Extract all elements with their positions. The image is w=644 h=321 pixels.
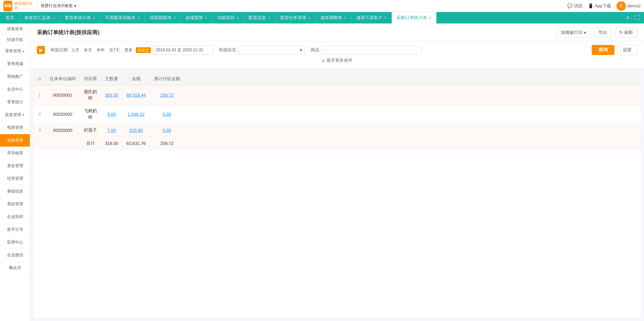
tab-cost-adjust[interactable]: 成本调整单 × (316, 12, 352, 23)
query-btn[interactable]: 查询 (592, 45, 614, 55)
tab-config-info[interactable]: 配置信息 × (244, 12, 275, 23)
col-settings[interactable]: ⚙ (34, 72, 46, 86)
row-amount-3[interactable]: 525.80 (122, 124, 150, 137)
sidebar-item-member[interactable]: 畅会员 (0, 262, 30, 274)
filter-date-item: 单据日期 上月 本月 本年 近7天 更多 自定义 2016-01-01 至 20… (50, 46, 213, 55)
fullscreen-btn[interactable]: ⛶ (633, 13, 641, 22)
tab-function-desc-close[interactable]: × (236, 15, 239, 20)
tab-pickup-task-close[interactable]: × (308, 15, 311, 20)
sidebar-item-sys-mgmt[interactable]: 系统管理 (0, 198, 30, 211)
row-amount-2[interactable]: 1,586.52 (122, 105, 150, 124)
goods-input[interactable]: ··· (321, 46, 422, 54)
user-area[interactable]: E demo2 (616, 1, 641, 11)
tab-purchase-stats-close[interactable]: × (429, 15, 431, 20)
row-paid-1[interactable]: 259.72 (150, 86, 184, 105)
tab-order-stats-close[interactable]: × (93, 15, 95, 20)
tab-pickup-task[interactable]: 拣货任务管理 × (275, 12, 316, 23)
workspace-dropdown-icon: ▾ (74, 4, 76, 8)
sidebar-item-enterprise-wechat[interactable]: 企业微信 (0, 249, 30, 262)
sidebar-item-retail-stats[interactable]: 零售统计 (0, 96, 30, 109)
date-shortcut-more[interactable]: 更多 (123, 47, 134, 54)
export-label: 导出 (598, 30, 607, 35)
sidebar-item-wholesale-mgmt[interactable]: 批发管理 ▼ (0, 109, 30, 121)
tab-available-stock[interactable]: 可用量库存账本 × (100, 12, 145, 23)
sidebar-item-basic-info[interactable]: 基础信息 (0, 185, 30, 198)
date-shortcut-7days[interactable]: 近7天 (108, 47, 121, 54)
tab-invite-downstream[interactable]: 邀请下游客户 × (352, 12, 392, 23)
tab-overstock-warning-close[interactable]: × (205, 15, 207, 20)
export-btn[interactable]: 导出 (594, 28, 611, 38)
footer-paid: 259.72 (150, 137, 184, 150)
messages-btn[interactable]: 💬 消息 (567, 3, 583, 9)
page-title: 采购订单统计表(按供应商) (37, 29, 100, 36)
member-label: 畅会员 (9, 265, 21, 271)
sidebar-item-capital-mgmt[interactable]: 资金管理 (0, 160, 30, 172)
sidebar-item-inventory-check[interactable]: 库存核算 (0, 147, 30, 160)
row-paid-2[interactable]: 0.00 (150, 105, 184, 124)
sidebar-item-member-center[interactable]: 会员中心 (0, 83, 30, 96)
tab-cost-adjust-close[interactable]: × (344, 15, 346, 20)
sidebar-item-enterprise-collab[interactable]: 企业协同 (0, 211, 30, 223)
app-download-btn[interactable]: 📱 App下载 (588, 3, 611, 9)
top-bar: 标版 畅捷通好生意 母婴行业演示账套 ▾ 💬 消息 📱 App下载 E demo… (0, 0, 644, 12)
tab-receive-send[interactable]: 收发存汇总表 × (20, 12, 60, 23)
refresh-btn[interactable]: ↻ 刷新 (615, 28, 637, 38)
table-row: 2 00020002 飞鹤奶粉 6.00 1,586.52 0.00 (34, 105, 641, 124)
row-supplier-3: 好孩子 (80, 124, 101, 137)
tab-warranty-query[interactable]: 保质期查询 × (145, 12, 181, 23)
sidebar-item-ops-mgmt[interactable]: 经营管理 (0, 172, 30, 185)
row-paid-3[interactable]: 0.00 (150, 124, 184, 137)
tab-receive-send-close[interactable]: × (53, 15, 55, 20)
sys-mgmt-label: 系统管理 (7, 201, 23, 207)
row-qty-2[interactable]: 6.00 (101, 105, 122, 124)
message-icon: 💬 (567, 3, 573, 8)
sidebar-item-ecom-mgmt[interactable]: 电商管理 (0, 121, 30, 134)
tab-warranty-query-close[interactable]: × (173, 15, 176, 20)
filter-status-item: 单据状态 ▾ (219, 46, 305, 54)
tab-overstock-warning[interactable]: 超储预警 × (181, 12, 212, 23)
date-shortcut-this-year[interactable]: 本年 (95, 47, 106, 54)
template-print-label: 按模板打印 (561, 30, 583, 36)
sidebar-item-new-guide[interactable]: 新手引导 (0, 223, 30, 236)
col-qty: 主数量 (101, 72, 122, 86)
tab-available-stock-close[interactable]: × (138, 15, 140, 20)
tab-order-stats[interactable]: 要货单统计表 × (60, 12, 100, 23)
date-shortcut-this-month[interactable]: 本月 (83, 47, 93, 54)
settings-btn[interactable]: 设置 (617, 45, 637, 55)
col-settings-icon: ⚙ (38, 76, 42, 82)
table-body: 1 00020001 惠氏奶粉 303.00 60,519.44 259.72 … (34, 86, 641, 137)
tab-warranty-query-label: 保质期查询 (150, 15, 171, 21)
sidebar-item-retail-mgmt[interactable]: 零售管理 ▲ (0, 45, 30, 58)
tab-invite-downstream-close[interactable]: × (384, 15, 387, 20)
tab-function-desc[interactable]: 功能说明 × (212, 12, 244, 23)
date-shortcut-last-month[interactable]: 上月 (70, 47, 80, 54)
filter-toggle-btn[interactable]: ▶ (37, 46, 45, 54)
template-print-btn[interactable]: 按模板打印 ▾ (556, 28, 591, 38)
tab-order-stats-label: 要货单统计表 (65, 15, 91, 21)
status-select-arrow: ▾ (300, 48, 302, 53)
sidebar-item-marketing[interactable]: 营销推广 (0, 70, 30, 83)
status-filter-label: 单据状态 (219, 47, 236, 53)
template-print-dropdown-icon: ▾ (584, 30, 586, 35)
tab-home[interactable]: 首页 (0, 12, 20, 23)
tab-config-info-close[interactable]: × (268, 15, 270, 20)
sidebar-quick-nav[interactable]: 快捷导航 (0, 35, 30, 45)
expand-more-btn[interactable]: ∨ 展开更多条件 (37, 55, 637, 65)
row-qty-3[interactable]: 7.00 (101, 124, 122, 137)
workspace-selector[interactable]: 母婴行业演示账套 ▾ (37, 1, 80, 10)
username: demo2 (627, 3, 641, 8)
sidebar-search[interactable]: 搜索菜单 (0, 23, 30, 35)
expand-more-icon: ∨ (322, 58, 325, 63)
status-select[interactable]: ▾ (238, 46, 305, 54)
table-header-row: ⚙ 往来单位编码 供应商 主数量 金额 累计付款金额 (34, 72, 641, 86)
footer-label (46, 137, 80, 150)
sidebar-item-purchase-mgmt[interactable]: 采购管理 (0, 134, 30, 147)
date-range-input[interactable]: 2016-01-01 至 2023-12-31 (153, 46, 213, 55)
footer-qty: 316.00 (101, 137, 122, 150)
sidebar-item-app-center[interactable]: 应用中心 (0, 236, 30, 249)
row-amount-1[interactable]: 60,519.44 (122, 86, 150, 105)
close-tab-btn[interactable]: × (625, 13, 631, 22)
row-qty-1[interactable]: 303.00 (101, 86, 122, 105)
sidebar-item-retail-mall[interactable]: 零售商城 (0, 58, 30, 70)
tab-purchase-stats[interactable]: 采购订单统计表 × (392, 12, 436, 23)
